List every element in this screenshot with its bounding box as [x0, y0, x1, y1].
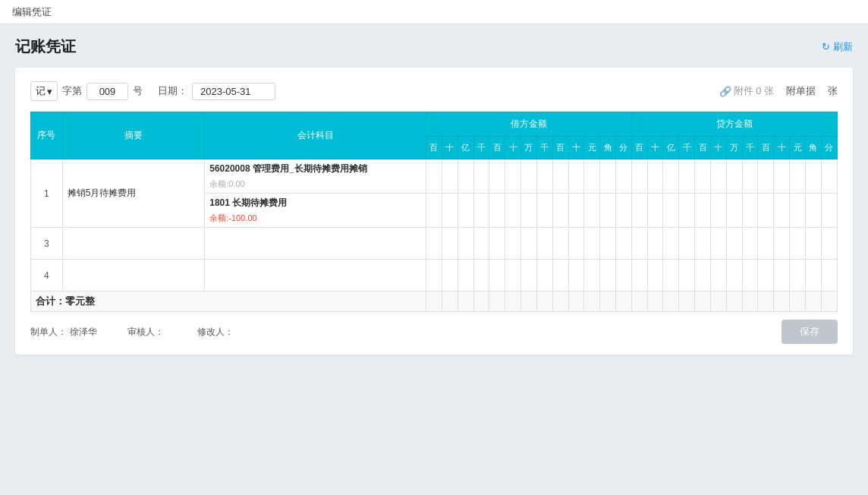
d1-c1[interactable] — [426, 159, 442, 194]
c1-c6[interactable] — [710, 159, 726, 194]
c1-c2[interactable] — [647, 159, 663, 194]
credit-digit-6: 十 — [710, 137, 726, 159]
c2-c8[interactable] — [742, 194, 758, 228]
c2-c5[interactable] — [695, 194, 711, 228]
c1-c5[interactable] — [695, 159, 711, 194]
account-1[interactable]: 56020008 管理费用_长期待摊费用摊销 余额:0.00 — [205, 159, 426, 194]
voucher-table: 序号 摘要 会计科目 借方金额 贷方金额 百 十 亿 千 百 十 万 — [30, 112, 838, 312]
d1-c9[interactable] — [552, 159, 568, 194]
c1-c11[interactable] — [790, 159, 806, 194]
d2-c12[interactable] — [600, 194, 616, 228]
d1-c8[interactable] — [536, 159, 552, 194]
header-seqno: 序号 — [31, 112, 63, 159]
account-3[interactable] — [205, 228, 426, 260]
d1-c6[interactable] — [505, 159, 521, 194]
c1-c4[interactable] — [679, 159, 695, 194]
debit-digit-2: 十 — [442, 137, 458, 159]
c2-c6[interactable] — [710, 194, 726, 228]
header-credit: 贷方金额 — [631, 112, 837, 137]
c2-c10[interactable] — [774, 194, 790, 228]
d2-c3[interactable] — [458, 194, 473, 228]
creator-item: 制单人： 徐泽华 — [30, 326, 97, 339]
d1-c10[interactable] — [568, 159, 584, 194]
date-group: 日期： — [158, 83, 275, 100]
attachment-area: 🔗 附件 0 张 附单据 张 — [719, 84, 838, 98]
d1-c12[interactable] — [600, 159, 616, 194]
c2-c13[interactable] — [821, 194, 837, 228]
credit-digit-7: 万 — [726, 137, 742, 159]
voucher-number-input[interactable] — [86, 83, 128, 100]
refresh-button[interactable]: ↻ 刷新 — [822, 40, 853, 54]
c1-c12[interactable] — [805, 159, 821, 194]
debit-digit-12: 角 — [600, 137, 616, 159]
d2-c4[interactable] — [473, 194, 489, 228]
d2-c8[interactable] — [536, 194, 552, 228]
d1-c7[interactable] — [521, 159, 537, 194]
d1-c3[interactable] — [458, 159, 473, 194]
summary-1[interactable]: 摊销5月待摊费用 — [62, 159, 205, 228]
c1-c9[interactable] — [758, 159, 774, 194]
d1-c11[interactable] — [584, 159, 600, 194]
c1-c3[interactable] — [663, 159, 679, 194]
credit-digit-3: 亿 — [663, 137, 679, 159]
c2-c3[interactable] — [663, 194, 679, 228]
c2-c4[interactable] — [679, 194, 695, 228]
d1-c4[interactable] — [473, 159, 489, 194]
d2-c2[interactable] — [442, 194, 458, 228]
d1-c2[interactable] — [442, 159, 458, 194]
d1-c13[interactable] — [615, 159, 631, 194]
credit-digit-12: 角 — [805, 137, 821, 159]
table-wrapper: 序号 摘要 会计科目 借方金额 贷方金额 百 十 亿 千 百 十 万 — [30, 112, 838, 312]
d2-c9[interactable] — [552, 194, 568, 228]
c2-c12[interactable] — [805, 194, 821, 228]
c2-c7[interactable] — [726, 194, 742, 228]
d2-c5[interactable] — [489, 194, 505, 228]
footer-row: 制单人： 徐泽华 审核人： 修改人： 保存 — [30, 320, 838, 344]
debit-digit-8: 千 — [536, 137, 552, 159]
save-button[interactable]: 保存 — [782, 320, 838, 344]
d2-c10[interactable] — [568, 194, 584, 228]
d2-c7[interactable] — [521, 194, 537, 228]
header-debit: 借方金额 — [426, 112, 632, 137]
date-input[interactable] — [192, 83, 275, 100]
balance-2: 余额:-100.00 — [209, 213, 421, 224]
d2-c6[interactable] — [505, 194, 521, 228]
d2-c11[interactable] — [584, 194, 600, 228]
c1-c10[interactable] — [774, 159, 790, 194]
credit-digit-4: 千 — [679, 137, 695, 159]
header-summary: 摘要 — [62, 112, 205, 159]
c1-c7[interactable] — [726, 159, 742, 194]
zhang-label: 张 — [828, 84, 838, 98]
form-row: 记 ▾ 字第 号 日期： 🔗 附件 0 张 附单据 张 — [30, 81, 838, 101]
summary-4[interactable] — [62, 260, 205, 292]
account-4[interactable] — [205, 260, 426, 292]
total-label: 合计：零元整 — [31, 292, 426, 312]
row-num-4: 4 — [31, 260, 63, 292]
attachment-link[interactable]: 🔗 附件 0 张 — [719, 84, 774, 98]
c2-c2[interactable] — [647, 194, 663, 228]
d2-c1[interactable] — [426, 194, 442, 228]
c2-c11[interactable] — [790, 194, 806, 228]
credit-digit-5: 百 — [695, 137, 711, 159]
c1-c13[interactable] — [821, 159, 837, 194]
voucher-type-select[interactable]: 记 ▾ — [30, 81, 58, 101]
balance-1: 余额:0.00 — [209, 178, 421, 190]
total-row: 合计：零元整 — [31, 292, 838, 312]
account-2[interactable]: 1801 长期待摊费用 余额:-100.00 — [205, 194, 426, 228]
dropdown-icon: ▾ — [47, 86, 52, 97]
d1-c5[interactable] — [489, 159, 505, 194]
c1-c1[interactable] — [631, 159, 647, 194]
debit-digit-1: 百 — [426, 137, 442, 159]
single-doc-label: 附单据 — [786, 84, 816, 98]
number-unit: 号 — [133, 84, 143, 98]
summary-3[interactable] — [62, 228, 205, 260]
d2-c13[interactable] — [615, 194, 631, 228]
debit-digit-9: 百 — [552, 137, 568, 159]
c2-c9[interactable] — [758, 194, 774, 228]
table-row: 4 — [31, 260, 838, 292]
c2-c1[interactable] — [631, 194, 647, 228]
page-title: 记账凭证 — [15, 36, 76, 57]
credit-digit-13: 分 — [821, 137, 837, 159]
table-row: 3 — [31, 228, 838, 260]
c1-c8[interactable] — [742, 159, 758, 194]
